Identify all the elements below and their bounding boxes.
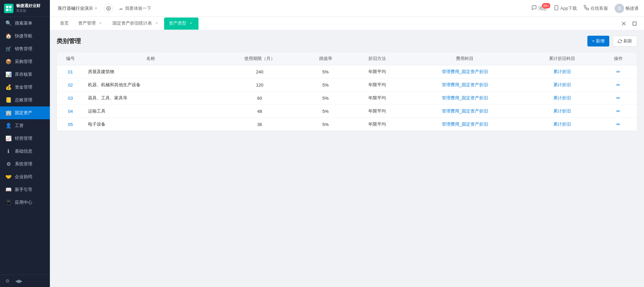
cell-method-0: 年限平均	[349, 65, 405, 78]
tab-depreciation-report-close[interactable]: ×	[154, 21, 159, 26]
cell-action-4[interactable]: ✏	[600, 118, 637, 131]
page-content: 类别管理 + 新增 刷新 编号 名称 使用期限（月）	[50, 30, 644, 287]
edit-icon-1[interactable]: ✏	[616, 82, 620, 88]
table-row: 02 机器、机械和其他生产设备 120 5% 年限平均 管理费用_固定资产折旧 …	[57, 78, 637, 92]
sidebar-item-基础信息[interactable]: ℹ 基础信息	[0, 145, 50, 158]
cell-id-4: 05	[57, 118, 84, 131]
svg-rect-0	[6, 6, 8, 8]
tabs-bar: 首页 资产管理 × 固定资产折旧统计表 × 资产类型 ×	[50, 17, 644, 30]
sidebar-item-企业协同[interactable]: 🤝 企业协同	[0, 170, 50, 183]
sidebar-item-label: 应用中心	[15, 199, 32, 205]
sidebar-item-label: 固定资产	[15, 110, 32, 116]
cell-period-2: 60	[217, 92, 302, 105]
handshake-icon: 🤝	[5, 174, 11, 180]
cell-name-2: 器具、工具、家具等	[84, 92, 217, 105]
cell-residual-4: 5%	[302, 118, 349, 131]
sidebar-item-快捷导航[interactable]: 🏠 快捷导航	[0, 30, 50, 42]
cell-id-0: 01	[57, 65, 84, 78]
cell-name-1: 机器、机械和其他生产设备	[84, 78, 217, 92]
cell-name-3: 运输工具	[84, 105, 217, 118]
cell-action-2[interactable]: ✏	[600, 92, 637, 105]
svg-rect-5	[555, 5, 558, 10]
demo-selector[interactable]: 医疗器械行业演示 ▾	[55, 4, 100, 13]
apps-icon: 📱	[5, 199, 11, 205]
new-btn[interactable]: + 新增	[587, 36, 609, 46]
cell-expense-1: 管理费用_固定资产折旧	[405, 78, 524, 92]
sidebar-item-label: 基础信息	[15, 148, 32, 154]
sidebar-item-搜索菜单[interactable]: 🔍 搜索菜单	[0, 17, 50, 30]
sidebar-item-工资[interactable]: 👤 工资	[0, 119, 50, 132]
shopping-cart-icon: 🛒	[5, 46, 11, 52]
cell-name-0: 房屋及建筑物	[84, 65, 217, 78]
sidebar-item-新手引导[interactable]: 📖 新手引导	[0, 183, 50, 196]
app-download-icon	[554, 5, 559, 11]
tab-asset-type-close[interactable]: ×	[188, 21, 194, 26]
cell-action-1[interactable]: ✏	[600, 78, 637, 92]
close-window-btn[interactable]	[620, 20, 628, 28]
customer-service-label: 在线客服	[590, 5, 608, 11]
sidebar-item-销售管理[interactable]: 🛒 销售管理	[0, 42, 50, 55]
table-row: 01 房屋及建筑物 240 5% 年限平均 管理费用_固定资产折旧 累计折旧 ✏	[57, 65, 637, 78]
cell-expense-3: 管理费用_固定资产折旧	[405, 105, 524, 118]
chart-bar-icon: 📈	[5, 135, 11, 141]
cell-expense-4: 管理费用_固定资产折旧	[405, 118, 524, 131]
col-header-accumulated: 累计折旧科目	[524, 52, 600, 65]
sidebar-item-label: 经营管理	[15, 135, 32, 141]
sidebar-item-label: 采购管理	[15, 59, 32, 65]
home-icon: 🏠	[5, 33, 11, 39]
refresh-btn-label: 刷新	[623, 38, 632, 44]
refresh-btn[interactable]: 刷新	[613, 36, 637, 46]
sidebar-item-库存核算[interactable]: 📊 库存核算	[0, 68, 50, 81]
tab-asset-management[interactable]: 资产管理 ×	[73, 18, 108, 30]
table-row: 05 电子设备 36 5% 年限平均 管理费用_固定资产折旧 累计折旧 ✏	[57, 118, 637, 131]
cell-expense-2: 管理费用_固定资产折旧	[405, 92, 524, 105]
wallet-icon: 💰	[5, 84, 11, 90]
sidebar-item-经营管理[interactable]: 📈 经营管理	[0, 132, 50, 145]
experience-btn[interactable]: ☁ 我要体验一下	[119, 5, 151, 11]
tab-asset-management-close[interactable]: ×	[98, 21, 103, 26]
building-icon: 🏢	[5, 110, 11, 116]
sidebar-item-系统管理[interactable]: ⚙ 系统管理	[0, 158, 50, 170]
edit-icon-4[interactable]: ✏	[616, 122, 620, 127]
sidebar-item-固定资产[interactable]: 🏢 固定资产	[0, 106, 50, 119]
edit-icon-0[interactable]: ✏	[616, 69, 620, 74]
sidebar-nav: 🔍 搜索菜单 🏠 快捷导航 🛒 销售管理 📦 采购管理 📊 库存核算 💰 资金管…	[0, 17, 50, 275]
tab-asset-type-label: 资产类型	[169, 20, 186, 26]
sidebar-item-label: 搜索菜单	[15, 20, 32, 26]
collapse-sidebar-icon[interactable]: ◀▶	[15, 278, 23, 284]
tab-depreciation-report-label: 固定资产折旧统计表	[113, 20, 152, 26]
sidebar-item-label: 总账管理	[15, 97, 32, 103]
tab-home[interactable]: 首页	[55, 18, 73, 30]
svg-point-7	[619, 6, 620, 8]
message-icon	[531, 5, 537, 11]
edit-icon-2[interactable]: ✏	[616, 95, 620, 101]
app-download-item[interactable]: App下载	[554, 5, 577, 11]
customer-service-icon	[584, 5, 589, 11]
cell-action-0[interactable]: ✏	[600, 65, 637, 78]
tab-asset-type[interactable]: 资产类型 ×	[164, 18, 198, 30]
cell-period-4: 36	[217, 118, 302, 131]
tab-depreciation-report[interactable]: 固定资产折旧统计表 ×	[108, 18, 164, 30]
cell-period-3: 48	[217, 105, 302, 118]
settings-footer-icon[interactable]: ⚙	[5, 278, 10, 284]
table-row: 03 器具、工具、家具等 60 5% 年限平均 管理费用_固定资产折旧 累计折旧…	[57, 92, 637, 105]
sidebar-item-采购管理[interactable]: 📦 采购管理	[0, 55, 50, 68]
cell-accumulated-4: 累计折旧	[524, 118, 600, 131]
sidebar-footer: ⚙ ◀▶	[0, 275, 50, 287]
sidebar-item-应用中心[interactable]: 📱 应用中心	[0, 196, 50, 209]
cell-action-3[interactable]: ✏	[600, 105, 637, 118]
sidebar-item-label: 库存核算	[15, 71, 32, 77]
sidebar-item-label: 工资	[15, 123, 24, 129]
edit-icon-3[interactable]: ✏	[616, 108, 620, 114]
col-header-name: 名称	[84, 52, 217, 65]
customer-service-item[interactable]: 在线客服	[584, 5, 608, 11]
sidebar-item-资金管理[interactable]: 💰 资金管理	[0, 81, 50, 94]
sidebar-item-label: 资金管理	[15, 84, 32, 90]
sidebar-item-总账管理[interactable]: 📒 总账管理	[0, 94, 50, 106]
maximize-window-btn[interactable]	[631, 20, 639, 28]
topbar-settings-icon[interactable]	[104, 4, 113, 13]
notifications-item[interactable]: 消息 99+	[531, 5, 547, 11]
cell-id-3: 04	[57, 105, 84, 118]
user-profile-item[interactable]: 畅捷通	[615, 4, 639, 13]
svg-point-4	[108, 8, 109, 9]
